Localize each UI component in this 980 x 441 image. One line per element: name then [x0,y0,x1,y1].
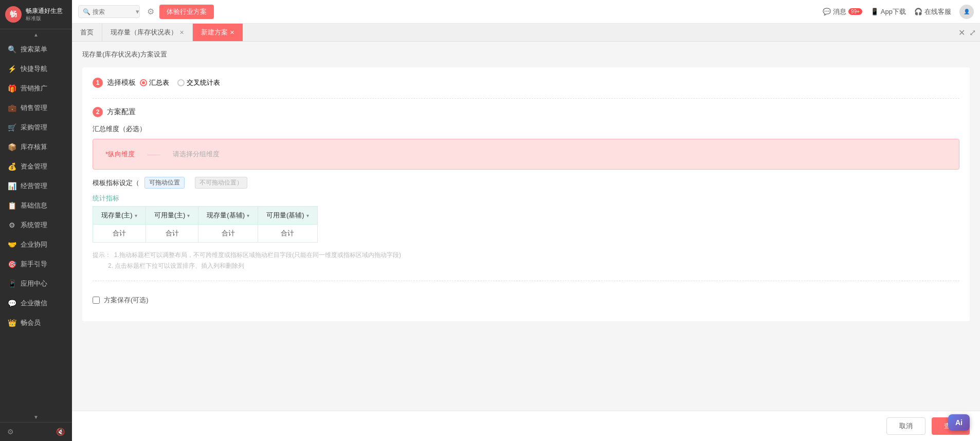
finance-icon: 💰 [7,162,16,171]
sidebar-scroll-up[interactable]: ▲ [0,29,72,40]
gear-icon[interactable]: ⚙ [147,7,154,16]
section-config: 2 方案配置 汇总维度（必选） *纵向维度 —— 请选择分组维度 模板指标设定（… [93,107,959,270]
indicator-not-draggable-badge: 不可拖动位置） [195,177,247,189]
sidebar-item-search-menu[interactable]: 🔍 搜索菜单 [0,40,72,59]
save-label: 方案保存(可选) [104,296,149,305]
sidebar-item-quick-nav[interactable]: ⚡ 快捷导航 [0,59,72,79]
message-label: 消息 [833,7,846,16]
sidebar-item-cooperation[interactable]: 🤝 企业协同 [0,235,72,254]
sidebar-item-app-center[interactable]: 📱 应用中心 [0,274,72,293]
tab-inventory-close-icon[interactable]: ✕ [179,29,184,36]
online-service-btn[interactable]: 🎧 在线客服 [914,7,951,16]
dimension-placeholder: 请选择分组维度 [173,150,220,159]
sidebar-item-label: 应用中心 [21,279,47,288]
settings-icon[interactable]: ⚙ [7,428,14,436]
avatar[interactable]: 👤 [959,5,974,19]
radio-summary[interactable]: 汇总表 [140,78,169,87]
radio-summary-dot [142,81,145,84]
audio-icon[interactable]: 🔇 [56,428,65,436]
sidebar-item-marketing[interactable]: 🎁 营销推广 [0,79,72,98]
marketing-icon: 🎁 [7,84,16,93]
sidebar-brand: 畅 畅康通好生意 标准版 [0,0,72,29]
message-btn[interactable]: 💬 消息 99+ [823,7,862,16]
sidebar-item-purchase[interactable]: 🛒 采购管理 [0,118,72,137]
brand-icon: 畅 [5,6,22,23]
sidebar-item-inventory[interactable]: 📦 库存核算 [0,137,72,157]
sales-icon: 💼 [7,103,16,113]
cell-0: 合计 [93,225,146,243]
basic-info-icon: 📋 [7,201,16,210]
search-dropdown-icon[interactable]: ▾ [136,8,139,15]
col-header-1[interactable]: 可用量(主) ▾ [146,207,198,225]
indicator-draggable-text: 可拖动位置 [149,178,180,187]
col-header-0[interactable]: 现存量(主) ▾ [93,207,146,225]
window-expand-icon[interactable]: ⤢ [969,28,976,38]
new-guide-icon: 🎯 [7,260,16,269]
ai-button[interactable]: Ai [948,414,970,431]
message-badge: 99+ [848,8,862,15]
operations-icon: 📊 [7,181,16,191]
sidebar-item-label: 营销推广 [21,84,47,93]
save-checkbox[interactable] [93,297,100,304]
industry-btn[interactable]: 体验行业方案 [159,5,214,19]
sidebar-item-label: 新手引导 [21,260,47,269]
section1-num: 1 [93,78,103,88]
section1-title: 选择模板 [107,78,136,87]
stats-table: 现存量(主) ▾ 可用量(主) ▾ [93,206,318,243]
sidebar-item-label: 经营管理 [21,181,47,191]
chevron-down-icon-1: ▾ [187,213,190,218]
section-template: 1 选择模板 汇总表 交叉统计表 [93,78,959,88]
tab-home[interactable]: 首页 [72,24,102,41]
cell-1: 合计 [146,225,198,243]
indicator-label: 模板指标设定（ [93,178,139,188]
sidebar-item-label: 企业协同 [21,240,47,249]
col-header-2[interactable]: 现存量(基辅) ▾ [198,207,258,225]
divider-2 [93,281,959,281]
search-box[interactable]: 🔍 ▾ [78,5,140,18]
tab-home-label: 首页 [80,28,94,37]
sidebar-scroll-down[interactable]: ▼ [0,412,72,422]
dimension-label: 汇总维度（必选） [93,124,959,134]
col-header-3[interactable]: 可用量(基辅) ▾ [258,207,318,225]
sidebar-item-member[interactable]: 👑 畅会员 [0,313,72,333]
radio-cross[interactable]: 交叉统计表 [177,78,220,87]
tab-new-scheme-close-icon[interactable]: ✕ [230,29,234,36]
tab-new-scheme[interactable]: 新建方案 ✕ [193,24,243,41]
dimension-box[interactable]: *纵向维度 —— 请选择分组维度 [93,139,959,170]
sidebar-item-enterprise-wechat[interactable]: 💬 企业微信 [0,293,72,313]
sidebar-item-basic-info[interactable]: 📋 基础信息 [0,196,72,215]
window-controls: ✕ ⤢ [958,28,980,38]
chevron-down-icon-2: ▾ [247,213,249,218]
indicator-draggable-badge: 可拖动位置 [144,177,185,189]
brand-edition: 标准版 [26,15,63,22]
radio-cross-circle [177,79,185,86]
sidebar-item-operations[interactable]: 📊 经营管理 [0,176,72,196]
table-row: 合计 合计 合计 合计 [93,225,318,243]
dimension-arrow: —— [147,151,160,158]
sidebar-item-system[interactable]: ⚙ 系统管理 [0,215,72,235]
section1-header: 1 选择模板 汇总表 交叉统计表 [93,78,959,88]
window-close-icon[interactable]: ✕ [958,28,965,38]
headset-icon: 🎧 [914,8,922,15]
brand-name: 畅康通好生意 [26,7,63,15]
cell-2: 合计 [198,225,258,243]
cancel-button[interactable]: 取消 [886,417,925,435]
save-row: 方案保存(可选) [93,289,959,311]
search-menu-icon: 🔍 [7,45,16,54]
app-download-btn[interactable]: 📱 App下载 [870,7,906,16]
section2-title: 方案配置 [107,107,136,117]
search-input[interactable] [93,8,134,15]
radio-summary-label: 汇总表 [149,78,169,87]
tabs-bar: 首页 现存量（库存状况表） ✕ 新建方案 ✕ ✕ ⤢ [72,24,980,42]
inventory-icon: 📦 [7,142,16,152]
sidebar-item-new-guide[interactable]: 🎯 新手引导 [0,254,72,274]
sidebar-item-label: 快捷导航 [21,64,47,74]
dimension-required: *纵向维度 [105,150,135,159]
template-radio-group: 汇总表 交叉统计表 [140,78,220,87]
tab-inventory-label: 现存量（库存状况表） [111,28,177,37]
tab-inventory-status[interactable]: 现存量（库存状况表） ✕ [102,24,193,41]
quick-nav-icon: ⚡ [7,64,16,74]
purchase-icon: 🛒 [7,123,16,132]
sidebar-item-finance[interactable]: 💰 资金管理 [0,157,72,176]
sidebar-item-sales[interactable]: 💼 销售管理 [0,98,72,118]
